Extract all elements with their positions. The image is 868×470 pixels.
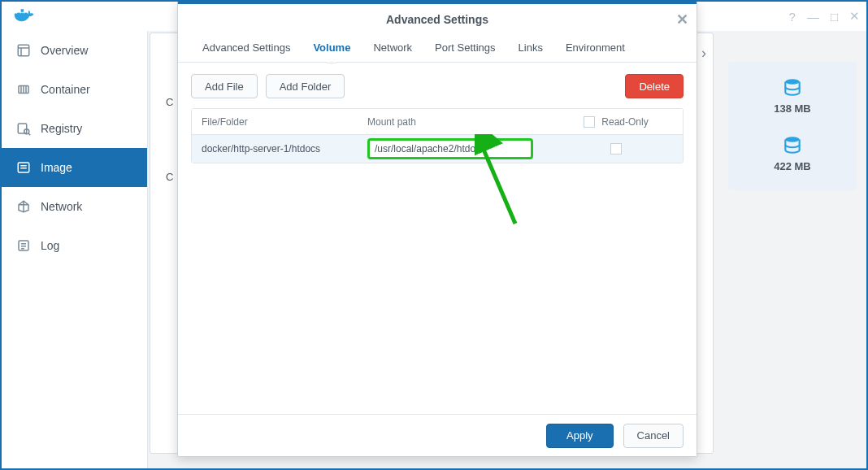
tab-label: Advanced Settings [202, 41, 290, 54]
tab-label: Volume [313, 41, 350, 54]
svg-point-25 [785, 137, 799, 142]
docker-whale-icon [13, 5, 36, 28]
window-help-icon[interactable]: ? [789, 10, 796, 24]
image-size-item[interactable]: 422 MB [728, 126, 857, 184]
image-size-label: 138 MB [774, 102, 811, 115]
sidebar-item-container[interactable]: Container [2, 70, 147, 109]
sidebar-item-label: Log [41, 239, 59, 252]
tab-environment[interactable]: Environment [554, 35, 636, 62]
add-folder-button[interactable]: Add Folder [266, 74, 345, 98]
sidebar: Overview Container Registry Image Networ… [2, 31, 148, 468]
overview-icon [16, 43, 31, 58]
image-size-label: 422 MB [774, 160, 811, 172]
modal-title: Advanced Settings [386, 13, 488, 26]
tab-label: Links [519, 41, 543, 54]
cell-read-only [549, 143, 683, 154]
col-header-mount-path[interactable]: Mount path [362, 116, 549, 128]
disk-stack-icon [782, 134, 803, 155]
cell-file-folder[interactable]: docker/http-server-1/htdocs [192, 143, 362, 154]
container-icon [16, 82, 31, 97]
network-icon [16, 199, 31, 214]
svg-rect-4 [18, 45, 29, 56]
modal-tabs: Advanced Settings Volume Network Port Se… [178, 35, 697, 63]
sidebar-item-log[interactable]: Log [2, 226, 147, 265]
sidebar-item-label: Container [41, 83, 90, 96]
delete-button[interactable]: Delete [625, 74, 684, 98]
table-header-row: File/Folder Mount path Read-Only [192, 109, 683, 135]
add-file-button[interactable]: Add File [191, 74, 258, 98]
col-header-file-folder[interactable]: File/Folder [192, 116, 362, 128]
col-header-read-only[interactable]: Read-Only [549, 116, 683, 128]
col-header-read-only-label: Read-Only [601, 116, 648, 128]
image-size-panel: 138 MB 422 MB [728, 62, 857, 190]
cancel-button[interactable]: Cancel [623, 424, 684, 448]
checkbox-icon[interactable] [584, 116, 595, 128]
svg-rect-3 [21, 9, 24, 12]
volumes-table: File/Folder Mount path Read-Only docker/… [191, 108, 684, 163]
disk-stack-icon [782, 76, 803, 98]
sidebar-item-image[interactable]: Image [2, 148, 147, 187]
toolbar: Add File Add Folder Delete [191, 74, 684, 98]
modal-body: Add File Add Folder Delete File/Folder M… [178, 63, 697, 414]
modal-header: Advanced Settings ✕ [178, 4, 697, 35]
tab-links[interactable]: Links [507, 35, 554, 62]
tab-label: Network [373, 41, 412, 54]
window-minimize-icon[interactable]: — [807, 10, 819, 24]
sidebar-item-overview[interactable]: Overview [2, 31, 147, 70]
read-only-checkbox[interactable] [610, 143, 622, 154]
window-maximize-icon[interactable]: □ [831, 10, 838, 24]
sidebar-item-registry[interactable]: Registry [2, 109, 147, 148]
tab-port-settings[interactable]: Port Settings [423, 35, 506, 62]
tab-network[interactable]: Network [362, 35, 423, 62]
tab-volume[interactable]: Volume [302, 35, 362, 62]
svg-rect-11 [18, 124, 27, 133]
cell-mount-path [362, 138, 549, 159]
close-icon[interactable]: ✕ [676, 11, 688, 28]
tab-label: Environment [566, 41, 625, 54]
obscured-char: C [166, 171, 173, 183]
chevron-right-icon[interactable]: › [701, 45, 706, 62]
tab-advanced-settings[interactable]: Advanced Settings [191, 35, 302, 62]
svg-line-13 [28, 133, 30, 135]
log-icon [16, 238, 31, 253]
registry-icon [16, 121, 31, 136]
obscured-char: C [166, 96, 173, 108]
image-size-item[interactable]: 138 MB [728, 68, 857, 126]
mount-path-input[interactable] [367, 138, 533, 159]
modal-footer: Apply Cancel [178, 414, 697, 456]
advanced-settings-modal: Advanced Settings ✕ Advanced Settings Vo… [177, 2, 697, 457]
sidebar-item-label: Image [41, 161, 72, 174]
apply-button[interactable]: Apply [546, 424, 614, 448]
image-icon [16, 160, 31, 175]
svg-point-24 [785, 79, 799, 85]
tab-label: Port Settings [435, 41, 495, 54]
table-row[interactable]: docker/http-server-1/htdocs [192, 135, 683, 163]
window-close-icon[interactable]: ✕ [849, 9, 860, 24]
window-controls: ? — □ ✕ [789, 9, 860, 24]
sidebar-item-label: Registry [41, 122, 82, 135]
sidebar-item-label: Overview [41, 44, 88, 57]
sidebar-item-label: Network [41, 200, 82, 213]
sidebar-item-network[interactable]: Network [2, 187, 147, 226]
